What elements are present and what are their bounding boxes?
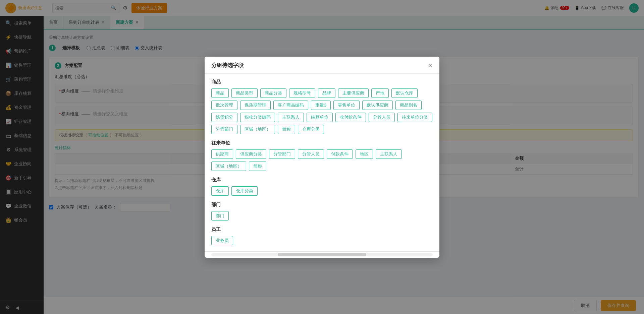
field-tag[interactable]: 收付款条件 [335, 113, 366, 122]
dialog-section-部门: 部门部门 [211, 202, 433, 221]
field-tag[interactable]: 结算单位 [307, 113, 333, 122]
field-tag[interactable]: 默认供应商 [362, 101, 393, 110]
dialog-hscroll [205, 251, 439, 258]
dialog-section-title: 部门 [211, 202, 433, 208]
field-grid-部门: 部门 [211, 211, 433, 221]
field-tag[interactable]: 部门 [211, 211, 229, 221]
field-tag[interactable]: 拣货积分 [211, 113, 237, 122]
field-grid-往来单位: 供应商供应商分类分管部门分管人员付款条件地区主联系人区域（地区）简称 [211, 149, 433, 171]
field-tag[interactable]: 商品 [211, 88, 229, 98]
field-grid-员工: 业务员 [211, 236, 433, 245]
hscroll-bar[interactable] [211, 253, 433, 256]
field-tag[interactable]: 主联系人 [376, 149, 402, 159]
dialog-section-title: 员工 [211, 227, 433, 233]
field-tag[interactable]: 保质期管理 [240, 101, 271, 110]
field-tag[interactable]: 规格型号 [289, 88, 315, 98]
dialog-section-商品: 商品商品商品类型商品分类规格型号品牌主要供应商产地默认仓库批次管理保质期管理客户… [211, 79, 433, 134]
dialog-section-往来单位: 往来单位供应商供应商分类分管部门分管人员付款条件地区主联系人区域（地区）简称 [211, 140, 433, 171]
field-tag[interactable]: 简称 [278, 125, 295, 134]
field-tag[interactable]: 分管人员 [298, 149, 324, 159]
field-tag[interactable]: 批次管理 [211, 101, 237, 110]
field-grid-商品: 商品商品类型商品分类规格型号品牌主要供应商产地默认仓库批次管理保质期管理客户商品… [211, 88, 433, 134]
field-tag[interactable]: 业务员 [211, 236, 233, 245]
field-tag[interactable]: 商品别名 [395, 101, 422, 110]
dialog-section-员工: 员工业务员 [211, 227, 433, 245]
field-select-dialog: 分组待选字段 ✕ 商品商品商品类型商品分类规格型号品牌主要供应商产地默认仓库批次… [205, 57, 439, 258]
field-tag[interactable]: 重量3 [311, 101, 331, 110]
field-tag[interactable]: 分管部门 [269, 149, 295, 159]
field-tag[interactable]: 付款条件 [327, 149, 353, 159]
field-tag[interactable]: 仓库分类 [298, 125, 324, 134]
dialog-section-title: 仓库 [211, 177, 433, 183]
field-tag[interactable]: 主要供应商 [338, 88, 369, 98]
field-tag[interactable]: 往来单位分类 [397, 113, 432, 122]
field-tag[interactable]: 仓库分类 [231, 186, 258, 196]
dialog-section-title: 往来单位 [211, 140, 433, 146]
field-tag[interactable]: 供应商 [211, 149, 233, 159]
field-tag[interactable]: 产地 [371, 88, 389, 98]
dialog-section-仓库: 仓库仓库仓库分类 [211, 177, 433, 196]
field-tag[interactable]: 地区 [356, 149, 373, 159]
field-tag[interactable]: 税收分类编码 [240, 113, 275, 122]
field-tag[interactable]: 默认仓库 [391, 88, 418, 98]
dialog-title: 分组待选字段 [211, 62, 244, 69]
field-tag[interactable]: 区域（地区） [211, 162, 246, 171]
field-tag[interactable]: 供应商分类 [236, 149, 266, 159]
field-tag[interactable]: 品牌 [318, 88, 335, 98]
dialog-section-title: 商品 [211, 79, 433, 85]
dialog-close-icon[interactable]: ✕ [428, 62, 433, 69]
field-tag[interactable]: 零售单位 [333, 101, 360, 110]
field-tag[interactable]: 主联系人 [278, 113, 304, 122]
field-tag[interactable]: 简称 [249, 162, 266, 171]
field-tag[interactable]: 区域（地区） [240, 125, 275, 134]
field-tag[interactable]: 客户商品编码 [273, 101, 308, 110]
hscroll-thumb [278, 253, 366, 256]
field-grid-仓库: 仓库仓库分类 [211, 186, 433, 196]
field-tag[interactable]: 分管部门 [211, 125, 237, 134]
dialog-header: 分组待选字段 ✕ [205, 57, 439, 74]
dialog-body: 商品商品商品类型商品分类规格型号品牌主要供应商产地默认仓库批次管理保质期管理客户… [205, 74, 439, 251]
field-tag[interactable]: 分管人员 [369, 113, 395, 122]
modal-overlay: 分组待选字段 ✕ 商品商品商品类型商品分类规格型号品牌主要供应商产地默认仓库批次… [0, 0, 644, 314]
field-tag[interactable]: 商品分类 [260, 88, 286, 98]
field-tag[interactable]: 商品类型 [231, 88, 258, 98]
field-tag[interactable]: 仓库 [211, 186, 229, 196]
